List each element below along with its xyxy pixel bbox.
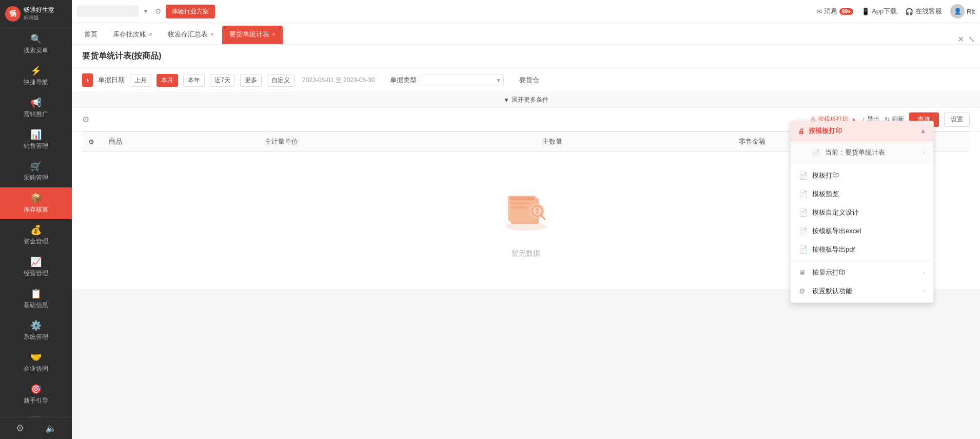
date-btn-more[interactable]: 更多 — [240, 74, 262, 87]
window-close-btn[interactable]: ✕ — [957, 34, 964, 44]
sidebar-item-inventory[interactable]: 📦 库存核算 — [0, 187, 72, 219]
dropdown-title: 按模板打印 — [809, 126, 842, 136]
col-unit: 主计量单位 — [259, 132, 536, 152]
tab-bar: 首页 库存批次账 × 收发存汇总表 × 要货单统计表 × ✕ ⤡ — [72, 23, 980, 45]
sidebar-item-label: 基础信息 — [24, 301, 48, 310]
display-print-label: 按显示打印 — [812, 268, 846, 277]
service-label: 在线客服 — [915, 7, 942, 16]
speaker-footer-icon[interactable]: 🔈 — [45, 423, 56, 434]
tab-order-stats[interactable]: 要货单统计表 × — [222, 26, 283, 44]
topbar-chevron-icon[interactable]: ▼ — [143, 8, 149, 15]
sidebar-nav: 🔍 搜索菜单 ⚡ 快捷导航 📢 营销推广 📊 销售管理 🛒 采购管理 📦 库存核… — [0, 28, 72, 417]
settings-footer-icon[interactable]: ⚙ — [16, 423, 24, 434]
tab-order-stats-close[interactable]: × — [272, 31, 276, 38]
type-select[interactable] — [422, 74, 504, 86]
sidebar-item-basic[interactable]: 📋 基础信息 — [0, 283, 72, 315]
empty-text: 暂无数据 — [512, 249, 540, 258]
dropdown-header: 🖨 按模板打印 ▲ — [791, 121, 933, 141]
topbar-app-download[interactable]: 📱 App下载 — [861, 7, 897, 16]
sidebar-item-newbie[interactable]: 🎯 新手引导 — [0, 378, 72, 410]
export-pdf-icon: 📄 — [799, 245, 807, 254]
topbar-avatar[interactable]: 👤 Rit — [950, 4, 975, 18]
dropdown-current-section: 📄 当前：要货单统计表 › — [791, 141, 933, 164]
system-icon: ⚙️ — [30, 320, 42, 331]
inventory-icon: 📦 — [30, 193, 42, 204]
dropdown-current-item[interactable]: 📄 当前：要货单统计表 › — [791, 143, 933, 162]
date-btn-custom[interactable]: 自定义 — [267, 74, 295, 87]
search-icon: 🔍 — [30, 33, 42, 45]
sidebar-item-purchase[interactable]: 🛒 采购管理 — [0, 156, 72, 187]
column-settings-icon[interactable]: ⚙ — [82, 114, 89, 124]
svg-rect-4 — [509, 202, 530, 204]
dropdown-item-display-print[interactable]: 🖥 按显示打印 › — [791, 263, 933, 282]
sidebar-item-search[interactable]: 🔍 搜索菜单 — [0, 28, 72, 60]
tab-home[interactable]: 首页 — [77, 26, 105, 44]
svg-rect-3 — [509, 197, 535, 200]
template-print-icon: 📄 — [799, 171, 807, 180]
dropdown-print-icon: 🖨 — [798, 127, 805, 135]
sidebar-item-collab[interactable]: 🤝 企业协同 — [0, 347, 72, 378]
user-avatar: 👤 — [950, 4, 965, 18]
date-btn-this-month[interactable]: 本月 — [156, 74, 178, 87]
finance-icon: 💰 — [30, 224, 42, 236]
dropdown-item-export-excel[interactable]: 📄 按模板导出excel — [791, 222, 933, 240]
collab-icon: 🤝 — [30, 352, 42, 363]
date-range-text: 2023-06-01 至 2023-06-30 — [302, 76, 375, 85]
window-maximize-btn[interactable]: ⤡ — [968, 34, 975, 44]
tab-batch-label: 库存批次账 — [113, 30, 146, 39]
topbar-gear-icon[interactable]: ⚙ — [155, 7, 162, 15]
topbar-online-service[interactable]: 🎧 在线客服 — [905, 7, 942, 16]
display-print-arrow: › — [923, 269, 925, 276]
tab-home-label: 首页 — [84, 30, 97, 39]
display-print-icon: 🖥 — [799, 269, 807, 277]
main-area: ▼ ⚙ 体验行业方案 ✉ 消息 99+ 📱 App下载 🎧 在线客服 👤 Rit — [72, 0, 980, 439]
tab-batch-close[interactable]: × — [149, 31, 152, 38]
dropdown-item-set-default[interactable]: ⚙ 设置默认功能 › — [791, 282, 933, 300]
sidebar-item-label: 经营管理 — [24, 269, 48, 278]
app-edition: 标准版 — [24, 14, 54, 22]
date-btn-7days[interactable]: 近7天 — [210, 74, 235, 87]
sidebar-item-marketing[interactable]: 📢 营销推广 — [0, 92, 72, 124]
dropdown-title-area: 🖨 按模板打印 — [798, 126, 842, 136]
topbar-message[interactable]: ✉ 消息 99+ — [816, 7, 853, 16]
sidebar-item-finance[interactable]: 💰 资金管理 — [0, 219, 72, 251]
col-product: 商品 — [103, 132, 259, 152]
sidebar-item-sales[interactable]: 📊 销售管理 — [0, 124, 72, 156]
sidebar: 畅 畅通好生意 标准版 🔍 搜索菜单 ⚡ 快捷导航 📢 营销推广 📊 销售管理 … — [0, 0, 72, 439]
sidebar-item-label: 销售管理 — [24, 142, 48, 150]
tabs-window-controls: ✕ ⤡ — [957, 34, 975, 44]
app-logo: 畅 畅通好生意 标准版 — [0, 0, 72, 28]
dropdown-item-template-print[interactable]: 📄 模板打印 — [791, 166, 933, 185]
template-preview-label: 模板预览 — [812, 189, 839, 199]
topbar-right: ✉ 消息 99+ 📱 App下载 🎧 在线客服 👤 Rit — [816, 4, 975, 18]
sidebar-item-label: 企业协同 — [24, 365, 48, 373]
filter-expand-button[interactable]: › — [82, 73, 93, 87]
topbar-search-input[interactable] — [77, 6, 139, 17]
dropdown-items-section: 📄 模板打印 📄 模板预览 📄 模板自定义设计 📄 按模板导出excel 📄 — [791, 164, 933, 261]
sidebar-item-label: 新手引导 — [24, 396, 48, 405]
sidebar-item-label: 营销推广 — [24, 110, 48, 119]
page-header: 要货单统计表(按商品) — [72, 45, 980, 68]
sidebar-item-label: 搜索菜单 — [24, 46, 48, 55]
date-btn-last-month[interactable]: 上月 — [130, 74, 151, 87]
expand-conditions-button[interactable]: ▼ 展开更多条件 — [503, 96, 548, 104]
dropdown-collapse-icon[interactable]: ▲ — [920, 127, 926, 135]
current-template-arrow: › — [923, 149, 925, 156]
sidebar-item-operation[interactable]: 📈 经营管理 — [0, 251, 72, 283]
dropdown-item-template-design[interactable]: 📄 模板自定义设计 — [791, 203, 933, 222]
tab-batch[interactable]: 库存批次账 × — [106, 26, 160, 44]
tab-receipts[interactable]: 收发存汇总表 × — [161, 26, 221, 44]
settings-button[interactable]: 设置 — [944, 112, 970, 127]
sidebar-item-quicknav[interactable]: ⚡ 快捷导航 — [0, 60, 72, 92]
dropdown-item-template-preview[interactable]: 📄 模板预览 — [791, 185, 933, 203]
sidebar-item-appstore[interactable]: 🔲 应用中心 — [0, 410, 72, 417]
trial-button[interactable]: 体验行业方案 — [166, 5, 215, 18]
date-btn-this-year[interactable]: 本年 — [183, 74, 205, 87]
export-excel-icon: 📄 — [799, 227, 807, 235]
message-badge: 99+ — [839, 8, 853, 15]
sidebar-item-system[interactable]: ⚙️ 系统管理 — [0, 315, 72, 347]
col-settings[interactable]: ⚙ — [82, 132, 103, 152]
dropdown-item-export-pdf[interactable]: 📄 按模板导出pdf — [791, 240, 933, 259]
topbar: ▼ ⚙ 体验行业方案 ✉ 消息 99+ 📱 App下载 🎧 在线客服 👤 Rit — [72, 0, 980, 23]
tab-receipts-close[interactable]: × — [210, 31, 214, 38]
